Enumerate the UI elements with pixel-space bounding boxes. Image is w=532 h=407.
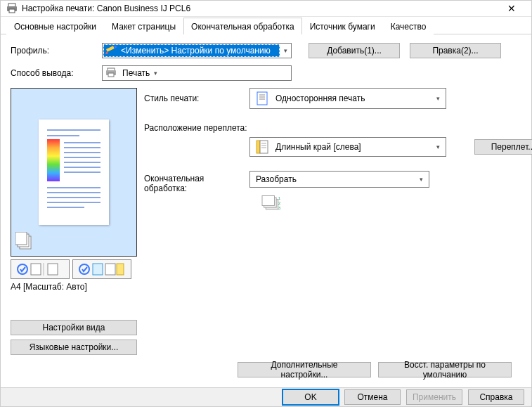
- svg-marker-4: [105, 51, 108, 54]
- svg-rect-2: [9, 9, 15, 13]
- output-value: Печать: [122, 68, 150, 78]
- add-profile-button[interactable]: Добавить(1)...: [309, 43, 400, 58]
- language-settings-button[interactable]: Языковые настройки...: [11, 340, 137, 355]
- binding-settings-button[interactable]: Переплет...: [474, 139, 532, 155]
- svg-rect-20: [257, 92, 267, 105]
- tab-quality[interactable]: Качество: [383, 18, 434, 34]
- svg-rect-8: [108, 73, 114, 77]
- binding-value: Длинный край [слева]: [275, 142, 433, 152]
- finishing-label: Окончательная обработка:: [144, 171, 242, 193]
- binding-label: Расположение переплета:: [144, 123, 247, 133]
- preview-mode-b-button[interactable]: [72, 259, 131, 279]
- print-style-dropdown[interactable]: Односторонняя печать ▾: [249, 88, 446, 109]
- svg-rect-25: [260, 141, 268, 153]
- tab-paper-source[interactable]: Источник бумаги: [302, 18, 383, 34]
- output-dropdown[interactable]: Печать ▾: [102, 65, 292, 81]
- pages-stack-icon: [15, 232, 35, 252]
- svg-rect-17: [93, 264, 103, 275]
- profile-dropdown[interactable]: <Изменить> Настройки по умолчанию ▾: [102, 43, 292, 58]
- tab-layout[interactable]: Макет страницы: [104, 18, 183, 34]
- svg-rect-11: [15, 232, 27, 245]
- tabstrip: Основные настройки Макет страницы Оконча…: [1, 17, 531, 34]
- view-settings-button[interactable]: Настройки вида: [11, 320, 137, 335]
- tab-finishing[interactable]: Окончательная обработка: [183, 18, 302, 34]
- chevron-down-icon: ▾: [280, 47, 291, 54]
- paper-info-label: A4 [Масштаб: Авто]: [11, 282, 137, 292]
- print-style-label: Стиль печати:: [144, 93, 242, 103]
- binding-dropdown[interactable]: Длинный край [слева] ▾: [249, 137, 446, 157]
- finishing-value: Разобрать: [253, 174, 416, 184]
- svg-text:1: 1: [278, 195, 281, 200]
- restore-defaults-button[interactable]: Восст. параметры по умолчанию: [378, 362, 512, 377]
- svg-text:2: 2: [278, 200, 281, 205]
- finishing-dropdown[interactable]: Разобрать ▾: [249, 171, 429, 188]
- chevron-down-icon: ▾: [150, 70, 161, 77]
- chevron-down-icon: ▾: [433, 95, 443, 102]
- svg-rect-31: [262, 196, 275, 206]
- binding-left-icon: [254, 139, 270, 155]
- svg-rect-18: [105, 264, 115, 275]
- window-title: Настройка печати: Canon Business IJ PCL6: [22, 4, 498, 13]
- printer-icon: [6, 3, 18, 14]
- print-style-value: Односторонняя печать: [275, 93, 433, 103]
- single-page-icon: [254, 91, 270, 106]
- svg-point-12: [18, 264, 27, 274]
- svg-rect-24: [257, 141, 260, 153]
- help-button[interactable]: Справка: [468, 389, 524, 405]
- svg-rect-15: [48, 264, 58, 275]
- profile-label: Профиль:: [11, 46, 102, 56]
- printer-small-icon: [105, 67, 118, 79]
- collate-icon: 1 2 3: [258, 193, 286, 213]
- profile-value: <Изменить> Настройки по умолчанию: [121, 46, 271, 56]
- pencil-icon: [105, 46, 118, 56]
- close-button[interactable]: ✕: [498, 3, 526, 14]
- svg-text:3: 3: [278, 205, 281, 210]
- preview-mode-a-button[interactable]: [11, 259, 70, 279]
- advanced-settings-button[interactable]: Дополнительные настройки...: [238, 362, 371, 377]
- output-label: Способ вывода:: [11, 68, 102, 78]
- svg-point-16: [79, 264, 89, 274]
- svg-rect-5: [114, 46, 117, 49]
- page-preview: [11, 88, 137, 257]
- svg-rect-19: [117, 264, 124, 275]
- apply-button[interactable]: Применить: [406, 389, 462, 405]
- svg-rect-3: [106, 46, 115, 52]
- tab-basic[interactable]: Основные настройки: [6, 18, 104, 34]
- ok-button[interactable]: OK: [283, 389, 339, 405]
- cancel-button[interactable]: Отмена: [344, 389, 401, 405]
- svg-rect-13: [31, 264, 41, 275]
- chevron-down-icon: ▾: [416, 176, 426, 183]
- edit-profile-button[interactable]: Правка(2)...: [410, 43, 501, 58]
- chevron-down-icon: ▾: [433, 143, 443, 150]
